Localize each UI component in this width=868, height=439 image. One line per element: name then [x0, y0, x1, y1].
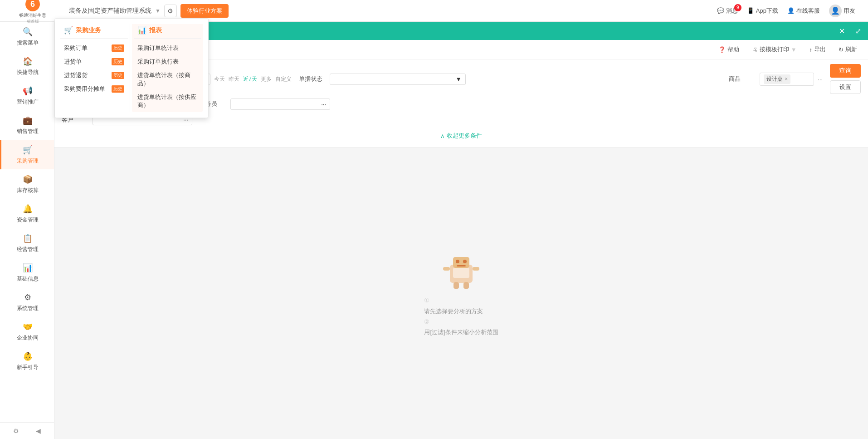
purchase-expense-item[interactable]: 采购费用分摊单 历史 [60, 82, 128, 96]
system-title-area: 装备及固定资产辅助管理系统 ▼ ⚙ 体验行业方案 [60, 4, 717, 18]
sidebar-label-marketing: 营销推广 [17, 98, 39, 106]
sidebar-label-enterprise: 企业协同 [17, 334, 39, 342]
sidebar-item-sales[interactable]: 💼 销售管理 [0, 110, 54, 140]
message-button[interactable]: 💬 消息 9 [717, 7, 738, 15]
purchase-expense-badge: 历史 [112, 85, 124, 93]
empty-hint-1: ① 请先选择要分析的方案 [424, 295, 498, 316]
sidebar-item-quick-nav[interactable]: 🏠 快捷导航 [0, 51, 54, 81]
user-button[interactable]: 👤 用友 [829, 5, 855, 17]
sidebar-label-search: 搜索菜单 [17, 39, 39, 47]
goods-tag-remove-button[interactable]: × [785, 76, 788, 82]
goods-tag-text: 设计桌 [766, 75, 783, 83]
sidebar-item-guide[interactable]: 👶 新手引导 [0, 346, 54, 376]
purchase-order-stat-item[interactable]: 采购订单统计表 [134, 41, 201, 55]
inventory-icon: 📦 [22, 174, 33, 185]
tab-close-all-icon[interactable]: ✕ [835, 25, 848, 37]
system-title-text[interactable]: 装备及固定资产辅助管理系统 [69, 7, 151, 15]
app-download-button[interactable]: 📱 App下载 [747, 7, 778, 15]
date-yesterday-btn[interactable]: 昨天 [229, 75, 239, 83]
purchase-col-header: 🛒 采购业务 [60, 24, 128, 39]
settings-gear-button[interactable]: ⚙ [164, 5, 177, 17]
collapse-filter-row[interactable]: ∧ 收起更多条件 [62, 129, 861, 143]
print-button[interactable]: 🖨 按模板打印 ▼ [748, 44, 800, 55]
sales-icon: 💼 [22, 115, 33, 126]
logo-icon: 6 [25, 0, 40, 11]
online-service-button[interactable]: 👤 在线客服 [787, 7, 820, 15]
help-icon: ❓ [718, 46, 726, 53]
sidebar-item-operations[interactable]: 📋 经营管理 [0, 228, 54, 258]
goods-return-item[interactable]: 进货退货 历史 [60, 69, 128, 82]
purchase-icon: 🛒 [22, 144, 33, 155]
sidebar-item-finance[interactable]: 🔔 资金管理 [0, 199, 54, 228]
sidebar-item-basic-info[interactable]: 📊 基础信息 [0, 258, 54, 287]
goods-receipt-stat-goods-item[interactable]: 进货单统计表（按商品） [134, 69, 201, 90]
refresh-label: 刷新 [845, 45, 857, 54]
print-icon: 🖨 [752, 46, 758, 53]
goods-receipt-label: 进货单 [64, 58, 82, 66]
dropdown-columns: 🛒 采购业务 采购订单 历史 进货单 历史 进货退货 历史 采购费用分摊单 历史 [60, 24, 203, 112]
tab-maximize-icon[interactable]: ⤢ [852, 25, 864, 37]
empty-hint-text: ① 请先选择要分析的方案 ② 用[过滤]条件来缩小分析范围 [424, 295, 498, 338]
report-col: 📊 报表 采购订单统计表 采购订单执行表 进货单统计表（按商品） 进货单统计表（… [132, 24, 203, 112]
salesperson-select[interactable]: ··· [230, 99, 330, 110]
basic-info-icon: 📊 [22, 262, 33, 273]
sidebar-item-search[interactable]: 🔍 搜索菜单 [0, 22, 54, 51]
refresh-icon: ↻ [839, 46, 844, 53]
tab-bar-actions: ✕ ⤢ [835, 25, 868, 37]
sidebar-item-inventory[interactable]: 📦 库存核算 [0, 169, 54, 199]
help-button[interactable]: ❓ 帮助 [715, 44, 743, 55]
sidebar-label-quick-nav: 快捷导航 [17, 69, 39, 76]
message-icon: 💬 [717, 7, 724, 14]
date-7days-btn[interactable]: 近7天 [243, 75, 257, 83]
goods-receipt-stat-supplier-item[interactable]: 进货单统计表（按供应商） [134, 90, 201, 112]
empty-state: ① 请先选择要分析的方案 ② 用[过滤]条件来缩小分析范围 [424, 249, 498, 338]
date-today-btn[interactable]: 今天 [214, 75, 225, 83]
doc-status-select[interactable]: ▼ [330, 74, 466, 85]
industry-solution-button[interactable]: 体验行业方案 [180, 4, 229, 18]
guide-icon: 👶 [22, 351, 33, 362]
goods-more-dots[interactable]: ··· [818, 76, 823, 83]
purchase-expense-label: 采购费用分摊单 [64, 85, 105, 93]
sidebar-collapse-button[interactable]: ◀ [36, 427, 41, 434]
collapse-icon: ∧ [440, 133, 445, 139]
date-more-btn[interactable]: 更多 [261, 75, 272, 83]
svg-point-3 [463, 260, 467, 263]
purchase-order-item[interactable]: 采购订单 历史 [60, 41, 128, 55]
svg-rect-7 [454, 282, 459, 289]
purchase-col: 🛒 采购业务 采购订单 历史 进货单 历史 进货退货 历史 采购费用分摊单 历史 [60, 24, 128, 112]
system-icon: ⚙ [22, 292, 33, 303]
main-content-area: ① 请先选择要分析的方案 ② 用[过滤]条件来缩小分析范围 [54, 148, 868, 439]
purchase-col-label: 采购业务 [76, 26, 101, 35]
settings-button[interactable]: 设置 [830, 80, 861, 94]
date-custom-btn[interactable]: 自定义 [275, 75, 292, 83]
purchase-order-exec-item[interactable]: 采购订单执行表 [134, 55, 201, 69]
salesperson-dots[interactable]: ··· [321, 101, 326, 108]
sidebar-item-purchase[interactable]: 🛒 采购管理 [0, 140, 54, 169]
sidebar-item-marketing[interactable]: 📢 营销推广 [0, 81, 54, 110]
goods-tag: 设计桌 × [764, 74, 790, 84]
dropdown-divider [130, 24, 130, 112]
sidebar-item-enterprise[interactable]: 🤝 企业协同 [0, 317, 54, 346]
sidebar-label-finance: 资金管理 [17, 216, 39, 224]
sidebar-label-system: 系统管理 [17, 305, 39, 312]
refresh-button[interactable]: ↻ 刷新 [835, 44, 861, 55]
sidebar: 🔍 搜索菜单 🏠 快捷导航 📢 营销推广 💼 销售管理 🛒 采购管理 📦 库存核… [0, 22, 54, 439]
goods-return-label: 进货退货 [64, 71, 88, 79]
query-button[interactable]: 查询 [830, 64, 861, 78]
doc-status-label: 单据状态 [299, 75, 326, 83]
purchase-order-label: 采购订单 [64, 44, 88, 52]
system-title-arrow-icon[interactable]: ▼ [155, 8, 161, 14]
export-button[interactable]: ↑ 导出 [806, 44, 830, 55]
goods-tag-input[interactable]: 设计桌 × [760, 73, 814, 86]
print-label: 按模板打印 [760, 45, 789, 54]
goods-receipt-item[interactable]: 进货单 历史 [60, 55, 128, 69]
user-avatar: 👤 [829, 5, 842, 17]
sidebar-label-inventory: 库存核算 [17, 187, 39, 194]
mobile-icon: 📱 [747, 7, 754, 14]
sidebar-item-system[interactable]: ⚙ 系统管理 [0, 287, 54, 317]
svg-rect-9 [453, 268, 469, 278]
finance-icon: 🔔 [22, 203, 33, 214]
sidebar-settings-button[interactable]: ⚙ [13, 427, 19, 434]
action-buttons: 查询 设置 [830, 64, 861, 94]
logo-area: 6 畅通消好生意 标准版 [5, 0, 60, 25]
